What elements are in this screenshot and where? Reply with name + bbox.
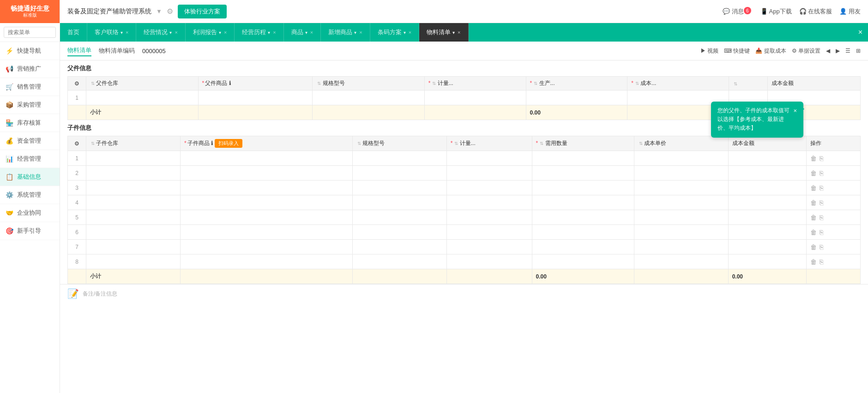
child-warehouse-cell[interactable] [86, 151, 181, 166]
sidebar-item-basic[interactable]: 📋 基础信息 [0, 168, 60, 186]
video-button[interactable]: ▶ 视频 [700, 47, 718, 55]
sidebar-item-inventory[interactable]: 🏪 库存核算 [0, 114, 60, 132]
delete-row-button[interactable]: 🗑 [810, 243, 817, 251]
nav-next-button[interactable]: ▶ [836, 48, 840, 54]
child-unit-price-cell[interactable] [634, 240, 728, 254]
child-product-cell[interactable] [180, 195, 352, 210]
child-unit-price-cell[interactable] [634, 210, 728, 225]
delete-row-button[interactable]: 🗑 [810, 169, 817, 177]
child-settings-col[interactable]: ⚙ [68, 136, 86, 151]
delete-row-button[interactable]: 🗑 [810, 199, 817, 206]
delete-row-button[interactable]: 🗑 [810, 184, 817, 192]
child-qty-cell[interactable] [532, 225, 634, 240]
child-qty-cell[interactable] [532, 210, 634, 225]
child-product-cell[interactable] [180, 225, 352, 240]
layout-icon[interactable]: ☰ [845, 48, 850, 54]
sidebar-item-marketing[interactable]: 📢 营销推广 [0, 60, 60, 78]
child-spec-cell[interactable] [352, 195, 446, 210]
child-qty-cell[interactable] [532, 240, 634, 254]
child-product-cell[interactable] [180, 254, 352, 269]
extract-cost-button[interactable]: 📥 提取成本 [755, 47, 786, 55]
child-amount-cell[interactable] [728, 181, 806, 195]
child-warehouse-cell[interactable] [86, 254, 181, 269]
child-spec-cell[interactable] [352, 151, 446, 166]
child-warehouse-cell[interactable] [86, 181, 181, 195]
child-unit-cell[interactable] [446, 181, 532, 195]
child-product-cell[interactable] [180, 166, 352, 181]
nav-tab-profit[interactable]: 利润报告▾× [186, 23, 235, 42]
nav-prev-button[interactable]: ◀ [826, 48, 830, 54]
sub-tab-bom-code[interactable]: 物料清单编码 [99, 46, 135, 56]
sub-tab-bom-list[interactable]: 物料清单 [67, 45, 91, 56]
parent-production-cell[interactable] [526, 91, 627, 105]
parent-product-cell[interactable] [198, 91, 313, 105]
child-qty-cell[interactable] [532, 254, 634, 269]
child-unit-price-cell[interactable] [634, 166, 728, 181]
nav-tab-product[interactable]: 商品▾× [284, 23, 321, 42]
child-spec-cell[interactable] [352, 181, 446, 195]
sidebar-item-finance[interactable]: 💰 资金管理 [0, 132, 60, 150]
copy-row-button[interactable]: ⎘ [820, 184, 823, 192]
child-unit-price-cell[interactable] [634, 225, 728, 240]
child-warehouse-cell[interactable] [86, 225, 181, 240]
app-download-button[interactable]: 📱 App下载 [760, 7, 792, 16]
child-warehouse-cell[interactable] [86, 210, 181, 225]
message-button[interactable]: 💬 消息 6 [723, 7, 753, 16]
child-unit-price-cell[interactable] [634, 254, 728, 269]
close-all-tabs-button[interactable]: × [853, 28, 868, 36]
delete-row-button[interactable]: 🗑 [810, 214, 817, 221]
child-spec-cell[interactable] [352, 240, 446, 254]
copy-row-button[interactable]: ⎘ [820, 169, 823, 177]
child-qty-cell[interactable] [532, 195, 634, 210]
child-amount-cell[interactable] [728, 210, 806, 225]
nav-tab-operation[interactable]: 经营情况▾× [136, 23, 185, 42]
child-spec-cell[interactable] [352, 210, 446, 225]
scan-button[interactable]: 扫码录入 [215, 139, 242, 148]
child-product-cell[interactable] [180, 151, 352, 166]
child-amount-cell[interactable] [728, 151, 806, 166]
parent-spec-cell[interactable] [313, 91, 425, 105]
child-unit-price-cell[interactable] [634, 151, 728, 166]
child-warehouse-cell[interactable] [86, 240, 181, 254]
nav-tab-bom[interactable]: 物料清单▾× [419, 23, 468, 42]
nav-tab-customer[interactable]: 客户联络▾× [87, 23, 136, 42]
child-unit-cell[interactable] [446, 240, 532, 254]
child-qty-cell[interactable] [532, 166, 634, 181]
child-warehouse-cell[interactable] [86, 195, 181, 210]
child-amount-cell[interactable] [728, 254, 806, 269]
copy-row-button[interactable]: ⎘ [820, 214, 823, 221]
nav-tab-new-product[interactable]: 新增商品▾× [321, 23, 370, 42]
child-product-cell[interactable] [180, 240, 352, 254]
tooltip-close-button[interactable]: × [793, 106, 797, 116]
child-unit-cell[interactable] [446, 254, 532, 269]
child-spec-cell[interactable] [352, 225, 446, 240]
child-amount-cell[interactable] [728, 195, 806, 210]
bill-settings-button[interactable]: ⚙ 单据设置 [792, 47, 820, 55]
child-unit-cell[interactable] [446, 225, 532, 240]
online-service-button[interactable]: 🎧 在线客服 [799, 7, 832, 16]
child-spec-cell[interactable] [352, 166, 446, 181]
copy-row-button[interactable]: ⎘ [820, 199, 823, 206]
child-qty-cell[interactable] [532, 151, 634, 166]
delete-row-button[interactable]: 🗑 [810, 229, 817, 236]
child-unit-price-cell[interactable] [634, 181, 728, 195]
sidebar-item-guide[interactable]: 🎯 新手引导 [0, 222, 60, 240]
experience-button[interactable]: 体验行业方案 [178, 5, 227, 18]
nav-tab-barcode[interactable]: 条码方案▾× [370, 23, 419, 42]
parent-settings-col[interactable]: ⚙ [68, 77, 86, 91]
child-amount-cell[interactable] [728, 240, 806, 254]
settings-icon[interactable]: ⚙ [167, 7, 173, 16]
child-qty-cell[interactable] [532, 181, 634, 195]
shortcut-button[interactable]: ⌨ 快捷键 [724, 47, 750, 55]
child-product-cell[interactable] [180, 181, 352, 195]
parent-warehouse-cell[interactable] [86, 91, 199, 105]
expand-icon[interactable]: ⊞ [856, 48, 861, 54]
child-spec-cell[interactable] [352, 254, 446, 269]
sidebar-item-system[interactable]: ⚙️ 系统管理 [0, 186, 60, 204]
copy-row-button[interactable]: ⎘ [820, 243, 823, 251]
child-unit-cell[interactable] [446, 210, 532, 225]
child-warehouse-cell[interactable] [86, 166, 181, 181]
search-input[interactable] [4, 27, 56, 38]
dropdown-arrow-icon[interactable]: ▼ [156, 8, 162, 15]
child-unit-cell[interactable] [446, 166, 532, 181]
